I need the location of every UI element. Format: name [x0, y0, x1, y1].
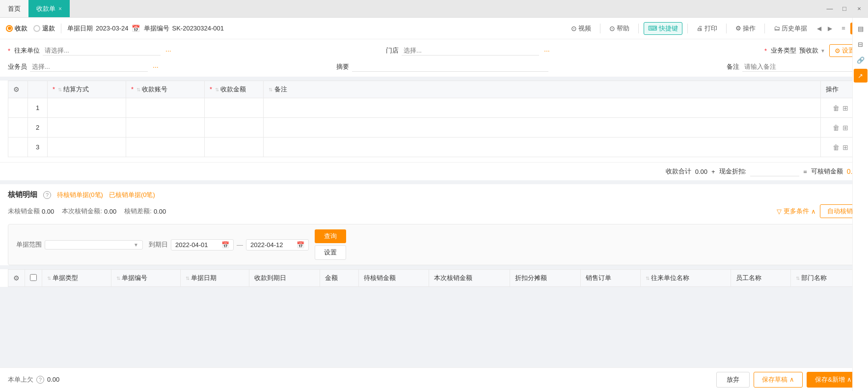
bottom-table-gear-icon[interactable]: ⚙	[13, 274, 20, 282]
sidebar-icon-1[interactable]: ▤	[854, 22, 868, 35]
sales-rep-more-icon[interactable]: ···	[153, 63, 159, 71]
type-sort-icon[interactable]: ⇅	[47, 276, 51, 281]
refund-radio[interactable]: 退款	[33, 24, 55, 33]
row2-num: 2	[28, 118, 48, 138]
number-label: 单据编号	[144, 24, 169, 33]
footer-info-icon[interactable]: ?	[36, 376, 44, 384]
print-button[interactable]: 🖨 打印	[693, 23, 721, 34]
help-button[interactable]: ⊙ 帮助	[605, 23, 633, 34]
calendar-icon[interactable]: 📅	[132, 25, 140, 32]
select-all-checkbox[interactable]	[30, 274, 37, 281]
business-type-value: 预收款	[799, 46, 818, 55]
row3-account[interactable]	[126, 138, 205, 157]
table-gear-icon[interactable]: ⚙	[13, 85, 20, 93]
row1-settlement[interactable]	[48, 98, 126, 118]
department-sort-icon[interactable]: ⇅	[796, 276, 800, 281]
bottom-col-employee-header: 员工名称	[731, 270, 791, 287]
history-button[interactable]: 🗂 历史单据	[770, 23, 811, 34]
business-type-select[interactable]: 预收款 ▼	[799, 46, 825, 55]
next-arrow[interactable]: ▶	[825, 24, 835, 33]
col-account-header: * ⇅ 收款账号	[126, 81, 205, 98]
counterpart-sort-icon[interactable]: ⇅	[646, 276, 650, 281]
store-input[interactable]	[402, 46, 539, 56]
date-field: 单据日期 2023-03-24 📅	[67, 24, 140, 33]
tab-home[interactable]: 首页	[0, 0, 28, 17]
number-sort-icon[interactable]: ⇅	[116, 276, 120, 281]
tab-receipt[interactable]: 收款单 ×	[28, 0, 70, 17]
info-icon[interactable]: ?	[43, 191, 51, 199]
save-draft-button[interactable]: 保存草稿 ∧	[754, 372, 803, 388]
counterpart-input[interactable]	[43, 46, 161, 56]
row2-amount[interactable]	[205, 118, 264, 138]
sidebar-icon-4[interactable]: ↗	[854, 69, 868, 83]
minimize-button[interactable]: —	[823, 2, 837, 16]
filter-settings-button[interactable]: 设置	[315, 245, 346, 260]
close-icon[interactable]: ×	[58, 5, 62, 12]
remarks-sort-icon[interactable]: ⇅	[269, 87, 272, 92]
nav-arrows: ◀ ▶	[814, 24, 835, 33]
row3-delete-icon[interactable]: 🗑	[833, 143, 840, 151]
row1-amount[interactable]	[205, 98, 264, 118]
date-sort-icon[interactable]: ⇅	[186, 276, 190, 281]
separator-2	[600, 24, 600, 33]
separator-4	[687, 24, 688, 33]
more-conditions-button[interactable]: ▽ 更多条件 ∧	[777, 207, 816, 216]
date-range-field: 到期日 📅 — 📅	[149, 239, 309, 251]
sales-rep-label: 业务员	[8, 62, 27, 71]
receipt-radio[interactable]: 收款	[6, 24, 27, 33]
sidebar-icon-3[interactable]: 🔗	[854, 53, 868, 67]
calendar-from-icon[interactable]: 📅	[221, 241, 229, 249]
discount-input[interactable]	[750, 167, 799, 176]
row2-remarks[interactable]	[264, 118, 821, 138]
row3-copy-icon[interactable]: ⊞	[842, 143, 848, 151]
note-input[interactable]	[742, 62, 860, 72]
shortcut-button[interactable]: ⌨ 快捷键	[644, 22, 682, 35]
row3-remarks[interactable]	[264, 138, 821, 157]
current-stat: 本次核销金额: 0.00	[62, 207, 116, 216]
bottom-col-type-header: ⇅ 单据类型	[42, 270, 111, 287]
bottom-col-sales-order-header: 销售订单	[581, 270, 641, 287]
row2-delete-icon[interactable]: 🗑	[833, 124, 840, 132]
help-icon: ⊙	[609, 25, 615, 32]
close-window-button[interactable]: ×	[852, 2, 866, 16]
row3-settlement[interactable]	[48, 138, 126, 157]
row3-amount[interactable]	[205, 138, 264, 157]
pending-tab-link[interactable]: 待核销单据(0笔)	[57, 191, 103, 199]
account-sort-icon[interactable]: ⇅	[136, 87, 140, 92]
row2-account[interactable]	[126, 118, 205, 138]
row1-account[interactable]	[126, 98, 205, 118]
operations-button[interactable]: ⚙ 操作	[732, 23, 760, 34]
store-more-icon[interactable]: ···	[544, 47, 550, 55]
video-icon: ⊙	[571, 25, 577, 32]
date-range: 📅 — 📅	[171, 239, 309, 251]
completed-tab-link[interactable]: 已核销单据(0笔)	[109, 191, 155, 199]
counterpart-more-icon[interactable]: ···	[165, 47, 171, 55]
bottom-col-pending-header: 待核销金额	[358, 270, 429, 287]
row2-copy-icon[interactable]: ⊞	[842, 124, 848, 132]
uncredited-stat: 未核销金额 0.00	[8, 207, 54, 216]
maximize-button[interactable]: □	[838, 2, 851, 16]
bottom-col-due-date-header: 收款到期日	[249, 270, 320, 287]
sidebar-icon-2[interactable]: ⊟	[854, 37, 868, 51]
video-button[interactable]: ⊙ 视频	[567, 23, 595, 34]
amount-sort-icon[interactable]: ⇅	[215, 87, 219, 92]
row1-copy-icon[interactable]: ⊞	[842, 104, 848, 112]
date-from-input[interactable]	[175, 241, 219, 249]
discard-button[interactable]: 放弃	[716, 372, 750, 388]
summary-input[interactable]	[352, 62, 548, 72]
query-button[interactable]: 查询	[315, 229, 346, 243]
sales-rep-input[interactable]	[30, 62, 148, 72]
list-view-button[interactable]: ≡	[838, 23, 849, 34]
row2-settlement[interactable]	[48, 118, 126, 138]
note-field: 备注	[727, 62, 860, 72]
prev-arrow[interactable]: ◀	[814, 24, 824, 33]
row1-remarks[interactable]	[264, 98, 821, 118]
required-star-2: *	[764, 47, 767, 55]
settlement-sort-icon[interactable]: ⇅	[58, 87, 62, 92]
calendar-to-icon[interactable]: 📅	[297, 241, 304, 249]
range-select[interactable]: ▼	[45, 240, 143, 250]
date-to-input[interactable]	[250, 241, 295, 249]
row1-delete-icon[interactable]: 🗑	[833, 104, 840, 112]
date-from-wrap: 📅	[171, 239, 234, 251]
discount-label: 现金折扣:	[719, 167, 747, 176]
